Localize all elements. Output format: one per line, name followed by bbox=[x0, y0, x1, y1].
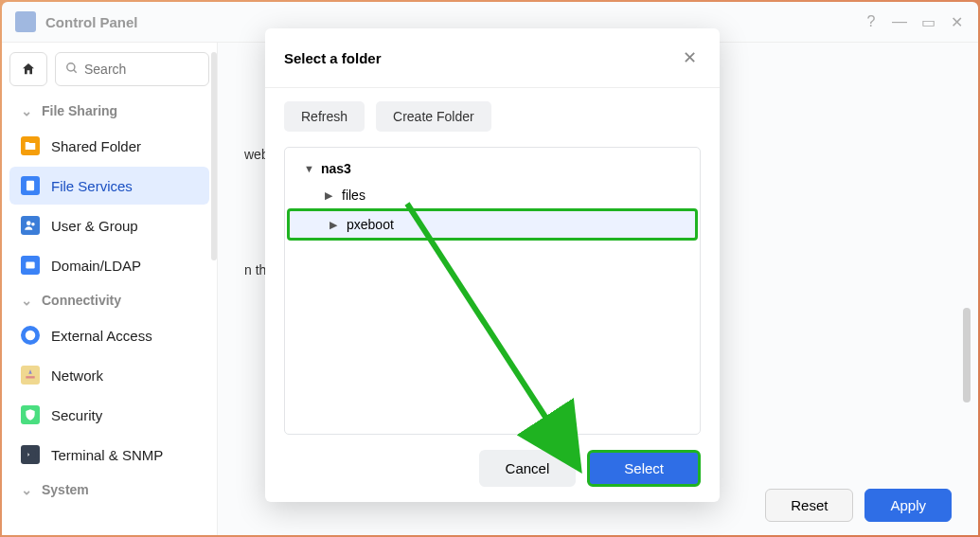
window-title: Control Panel bbox=[45, 14, 851, 30]
svg-point-0 bbox=[67, 63, 75, 70]
svg-point-6 bbox=[26, 331, 36, 341]
close-button[interactable]: ✕ bbox=[948, 13, 965, 30]
caret-down-icon: ▼ bbox=[304, 163, 313, 174]
svg-rect-5 bbox=[26, 262, 34, 269]
folder-select-dialog: Select a folder ✕ Refresh Create Folder … bbox=[265, 28, 720, 502]
search-box[interactable] bbox=[55, 52, 209, 86]
sidebar-item-security[interactable]: Security bbox=[9, 396, 209, 434]
sidebar-scrollbar[interactable] bbox=[211, 52, 217, 260]
users-icon bbox=[21, 216, 40, 235]
card-icon bbox=[21, 256, 40, 275]
minimize-button[interactable]: — bbox=[891, 13, 908, 30]
sidebar-group-connectivity[interactable]: ⌃ Connectivity bbox=[9, 285, 209, 315]
help-button[interactable]: ? bbox=[863, 13, 880, 30]
sidebar-item-domain-ldap[interactable]: Domain/LDAP bbox=[9, 246, 209, 284]
apply-button[interactable]: Apply bbox=[864, 489, 952, 522]
chevron-up-icon: ⌃ bbox=[21, 293, 32, 308]
tree-node-root[interactable]: ▼ nas3 bbox=[285, 155, 700, 182]
svg-rect-7 bbox=[26, 376, 34, 378]
refresh-button[interactable]: Refresh bbox=[284, 101, 365, 132]
sidebar-item-user-group[interactable]: User & Group bbox=[9, 206, 209, 244]
chevron-up-icon: ⌃ bbox=[21, 103, 32, 118]
terminal-icon bbox=[21, 445, 40, 464]
globe-icon bbox=[21, 326, 40, 345]
shield-icon bbox=[21, 405, 40, 424]
folder-icon bbox=[21, 136, 40, 155]
tree-node-files[interactable]: ▶ files bbox=[285, 182, 700, 208]
svg-point-4 bbox=[31, 223, 35, 226]
app-icon bbox=[15, 11, 36, 32]
search-icon bbox=[65, 62, 79, 78]
dialog-title: Select a folder bbox=[284, 50, 679, 66]
caret-right-icon: ▶ bbox=[325, 189, 334, 202]
sidebar-group-system[interactable]: ⌃ System bbox=[9, 474, 209, 505]
file-icon bbox=[21, 176, 40, 195]
sidebar: ⌃ File Sharing Shared Folder File Servic… bbox=[2, 43, 218, 535]
main-scrollbar[interactable] bbox=[963, 308, 971, 403]
search-input[interactable] bbox=[84, 62, 199, 77]
svg-rect-8 bbox=[26, 451, 36, 458]
sidebar-item-file-services[interactable]: File Services bbox=[9, 167, 209, 205]
home-icon bbox=[21, 62, 36, 77]
svg-line-1 bbox=[74, 69, 77, 72]
reset-button[interactable]: Reset bbox=[765, 489, 853, 522]
home-button[interactable] bbox=[9, 52, 47, 86]
sidebar-item-network[interactable]: Network bbox=[9, 356, 209, 394]
create-folder-button[interactable]: Create Folder bbox=[376, 101, 491, 132]
chevron-up-icon: ⌃ bbox=[21, 482, 32, 497]
maximize-button[interactable]: ▭ bbox=[919, 13, 936, 30]
cancel-button[interactable]: Cancel bbox=[479, 450, 577, 487]
svg-point-3 bbox=[27, 221, 31, 225]
sidebar-item-terminal-snmp[interactable]: Terminal & SNMP bbox=[9, 436, 209, 474]
sidebar-item-shared-folder[interactable]: Shared Folder bbox=[9, 127, 209, 165]
tree-node-pxeboot[interactable]: ▶ pxeboot bbox=[287, 208, 698, 241]
sidebar-item-external-access[interactable]: External Access bbox=[9, 316, 209, 354]
network-icon bbox=[21, 366, 40, 385]
folder-tree: ▼ nas3 ▶ files ▶ pxeboot bbox=[284, 147, 701, 435]
dialog-close-button[interactable]: ✕ bbox=[679, 44, 701, 72]
select-button[interactable]: Select bbox=[587, 450, 701, 487]
sidebar-group-file-sharing[interactable]: ⌃ File Sharing bbox=[9, 96, 209, 126]
svg-rect-2 bbox=[27, 181, 34, 191]
caret-right-icon: ▶ bbox=[330, 219, 339, 231]
